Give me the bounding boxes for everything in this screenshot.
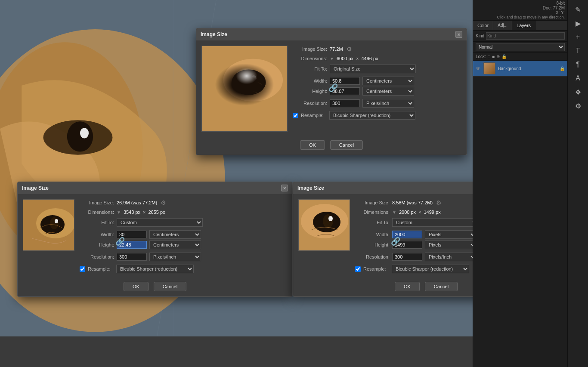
dialog-body-bottom-left: Image Size: 26.9M (was 77.2M) ⚙ Dimensio… bbox=[18, 194, 292, 278]
click-hint: Click and drag to move in any direction. bbox=[476, 15, 565, 19]
height-row-bl: Height: Centimeters Pixels bbox=[80, 241, 287, 249]
cancel-button-bl[interactable]: Cancel bbox=[154, 282, 186, 291]
resample-row-bl: Resample: Bicubic Sharper (reduction) Bi… bbox=[80, 265, 287, 273]
layer-thumbnail bbox=[483, 62, 495, 74]
height-label-top: Height: bbox=[293, 89, 327, 94]
dialog-controls-bottom-left: Image Size: 26.9M (was 77.2M) ⚙ Dimensio… bbox=[80, 199, 287, 273]
resolution-input-br[interactable] bbox=[392, 253, 422, 261]
ok-button-br[interactable]: OK bbox=[395, 282, 420, 291]
top-info-bar: 8-bit Doc: 77.2M X: Y: Click and drag to… bbox=[473, 0, 567, 21]
lock-image-icon[interactable]: ■ bbox=[492, 54, 495, 59]
add-icon[interactable]: + bbox=[570, 31, 586, 43]
fit-to-select-bl[interactable]: Custom Original Size bbox=[117, 218, 203, 227]
resample-checkbox-top[interactable] bbox=[293, 113, 298, 118]
width-unit-top[interactable]: Centimeters Pixels Inches bbox=[362, 77, 414, 85]
kind-input[interactable] bbox=[486, 32, 565, 40]
dim-height-br: 1499 px bbox=[424, 210, 441, 215]
height-unit-br[interactable]: Pixels Centimeters bbox=[425, 241, 477, 249]
fit-to-select-br[interactable]: Custom Original Size bbox=[392, 218, 478, 227]
fit-to-select-top[interactable]: Original Size Custom bbox=[330, 65, 416, 73]
dialog-preview-top bbox=[201, 46, 288, 132]
dimensions-arrow-br: ▼ bbox=[392, 210, 396, 215]
tab-color[interactable]: Color bbox=[473, 21, 493, 30]
dialog-title-bottom-right: Image Size bbox=[297, 185, 324, 191]
resample-checkbox-br[interactable] bbox=[355, 266, 361, 272]
type-icon[interactable]: T bbox=[570, 45, 586, 57]
resolution-unit-top[interactable]: Pixels/Inch Pixels/Cm bbox=[362, 99, 414, 108]
height-unit-top[interactable]: Centimeters Pixels Inches bbox=[362, 87, 414, 96]
dim-width-bl: 3543 px bbox=[124, 210, 140, 215]
panel-tabs: Color Adj... Layers bbox=[473, 21, 567, 31]
tab-layers[interactable]: Layers bbox=[512, 21, 535, 30]
width-unit-br[interactable]: Pixels Centimeters bbox=[425, 230, 477, 239]
dialog-preview-bottom-right bbox=[298, 199, 350, 251]
dialog-image-size-bottom-left: Image Size ✕ Image Size: 26.9M (was 77.2… bbox=[17, 182, 293, 297]
resolution-label-br: Resolution: bbox=[355, 254, 390, 259]
chain-icon-wrapper-top: 🔗 bbox=[328, 81, 338, 95]
dialog-header-bottom-left[interactable]: Image Size ✕ bbox=[18, 182, 292, 194]
ok-button-top[interactable]: OK bbox=[300, 140, 325, 150]
blend-mode-select[interactable]: Normal bbox=[476, 43, 565, 51]
preview-cat-highlight bbox=[236, 68, 257, 85]
height-label-bl: Height: bbox=[80, 242, 114, 247]
paragraph-icon[interactable]: ¶ bbox=[570, 59, 586, 71]
svg-point-25 bbox=[328, 216, 333, 221]
dialog-header-top[interactable]: Image Size ✕ bbox=[196, 28, 467, 40]
cancel-button-br[interactable]: Cancel bbox=[425, 282, 458, 291]
preview-svg-bl bbox=[23, 200, 74, 251]
lock-transparent-icon[interactable]: □ bbox=[488, 54, 490, 59]
cancel-button-top[interactable]: Cancel bbox=[330, 140, 363, 150]
resolution-row-top: Resolution: Pixels/Inch Pixels/Cm bbox=[293, 99, 461, 108]
resample-select-br[interactable]: Bicubic Sharper (reduction) Bicubic bbox=[392, 265, 469, 273]
dialog-image-size-top: Image Size ✕ bbox=[196, 28, 467, 155]
layer-visibility-icon[interactable]: 👁 bbox=[476, 65, 481, 71]
resample-row-top: Resample: Bicubic Sharper (reduction) Bi… bbox=[293, 111, 461, 120]
dialog-close-top[interactable]: ✕ bbox=[455, 31, 462, 38]
resample-select-top[interactable]: Bicubic Sharper (reduction) Bicubic Bili… bbox=[329, 111, 415, 120]
dimensions-arrow-top: ▼ bbox=[330, 56, 334, 61]
width-label-top: Width: bbox=[293, 78, 327, 83]
resolution-unit-bl[interactable]: Pixels/Inch bbox=[149, 253, 201, 261]
height-label-br: Height: bbox=[355, 242, 390, 247]
select-icon[interactable]: ▶ bbox=[570, 17, 586, 29]
wh-group-top: Width: Centimeters Pixels Inches 🔗 Heigh… bbox=[293, 77, 461, 96]
dialog-close-bottom-left[interactable]: ✕ bbox=[281, 185, 288, 191]
gear-button-br[interactable]: ⚙ bbox=[435, 199, 443, 206]
lock-position-icon[interactable]: ⊕ bbox=[496, 54, 500, 59]
warp-icon[interactable]: ❖ bbox=[570, 86, 586, 98]
resolution-unit-br[interactable]: Pixels/Inch bbox=[425, 253, 477, 261]
resolution-input-bl[interactable] bbox=[117, 253, 147, 261]
resample-select-bl[interactable]: Bicubic Sharper (reduction) Bicubic bbox=[116, 265, 194, 273]
layer-lock-icon: 🔒 bbox=[560, 66, 565, 71]
gear-button-bl[interactable]: ⚙ bbox=[160, 199, 167, 206]
layer-name: Background bbox=[498, 66, 557, 71]
tab-adjustments[interactable]: Adj... bbox=[493, 21, 512, 30]
dimensions-label-top: Dimensions: bbox=[293, 56, 327, 61]
resample-label-top: Resample: bbox=[301, 113, 327, 118]
type2-icon[interactable]: A bbox=[570, 72, 586, 84]
image-size-label-top: Image Size: bbox=[293, 46, 327, 52]
preview-svg-br bbox=[299, 200, 350, 251]
dialog-footer-bottom-left: OK Cancel bbox=[18, 278, 292, 296]
dim-height-top: 4496 px bbox=[362, 56, 378, 61]
layer-item-background[interactable]: 👁 Background 🔒 bbox=[473, 61, 567, 77]
width-row-top: Width: Centimeters Pixels Inches bbox=[293, 77, 461, 85]
lock-all-icon[interactable]: 🔒 bbox=[501, 54, 507, 59]
ok-button-bl[interactable]: OK bbox=[124, 282, 149, 291]
kind-row: Kind bbox=[473, 31, 567, 42]
svg-point-26 bbox=[331, 217, 332, 219]
kind-label: Kind bbox=[476, 34, 484, 38]
settings-icon[interactable]: ⚙ bbox=[570, 100, 586, 112]
width-unit-bl[interactable]: Centimeters Pixels bbox=[149, 230, 201, 239]
width-row-bl: Width: Centimeters Pixels bbox=[80, 230, 287, 239]
resample-checkbox-bl[interactable] bbox=[80, 266, 85, 272]
image-size-row-top: Image Size: 77.2M ⚙ bbox=[293, 46, 461, 52]
resolution-input-top[interactable] bbox=[330, 99, 360, 107]
dialog-title-bottom-left: Image Size bbox=[22, 185, 49, 191]
brush-icon[interactable]: ✎ bbox=[570, 3, 586, 15]
resolution-row-bl: Resolution: Pixels/Inch bbox=[80, 253, 287, 261]
dim-height-bl: 2655 px bbox=[149, 210, 165, 215]
gear-button-top[interactable]: ⚙ bbox=[346, 46, 353, 52]
height-unit-bl[interactable]: Centimeters Pixels bbox=[149, 241, 201, 249]
lock-label: Lock: bbox=[476, 54, 486, 59]
